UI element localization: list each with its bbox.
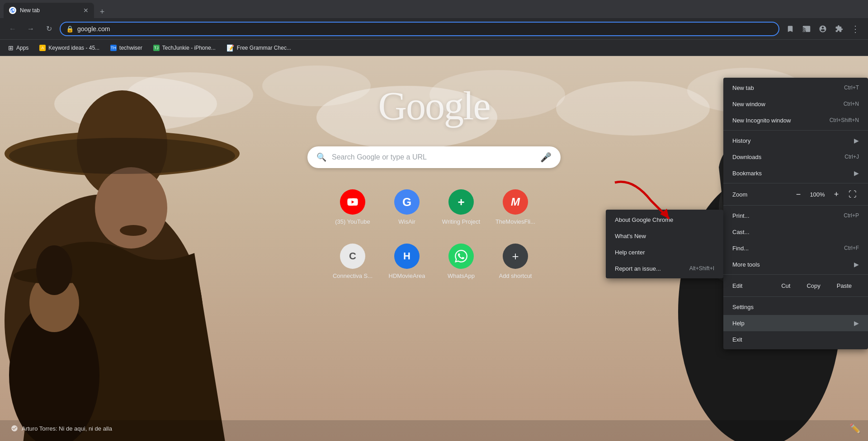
quick-link-add-shortcut[interactable]: + Add shortcut (494, 244, 537, 279)
active-tab[interactable]: New tab ✕ (4, 3, 94, 18)
edit-copy-button[interactable]: Copy (799, 281, 827, 291)
zoom-plus-button[interactable]: + (830, 188, 843, 201)
toolbar-right: ⋮ (783, 22, 863, 36)
menu-more-tools[interactable]: More tools ▶ (723, 256, 868, 272)
quick-link-label-hdmovie: HDMovieArea (389, 272, 425, 279)
bookmark-star-button[interactable] (783, 22, 797, 36)
edit-row: Edit Cut Copy Paste (723, 277, 868, 295)
quick-link-icon-hdmovie: H (394, 244, 420, 269)
edit-paste-button[interactable]: Paste (830, 281, 859, 291)
zoom-fullscreen-button[interactable]: ⛶ (846, 188, 859, 201)
zoom-minus-button[interactable]: − (792, 188, 805, 201)
menu-print[interactable]: Print... Ctrl+P (723, 207, 868, 224)
bottom-caption: Arturo Torres: Ni de aqui, ni de alla (11, 425, 112, 432)
svg-rect-21 (0, 420, 868, 441)
menu-find[interactable]: Find... Ctrl+F (723, 240, 868, 256)
tab-bar: New tab ✕ + (0, 0, 868, 18)
svg-point-13 (9, 138, 235, 174)
help-submenu-arrow: ▶ (854, 319, 859, 327)
quick-link-connectiva[interactable]: C Connectiva S... (331, 244, 374, 279)
tab-close-button[interactable]: ✕ (83, 7, 89, 14)
quick-link-icon-connectiva: C (340, 244, 365, 269)
toolbar: ← → ↻ 🔒 google.com ⋮ (0, 18, 868, 40)
tab-title: New tab (20, 7, 80, 14)
reload-button[interactable]: ↻ (42, 22, 56, 36)
quick-link-icon-movies: M (503, 189, 528, 215)
search-placeholder-text: Search Google or type a URL (332, 153, 427, 161)
help-report-issue[interactable]: Report an issue... Alt+Shift+I (606, 260, 723, 277)
quick-link-hdmovie[interactable]: H HDMovieArea (385, 244, 429, 279)
bookmark-keyword[interactable]: A Keyword ideas - 45... (35, 43, 104, 53)
security-icon: 🔒 (66, 25, 74, 33)
menu-divider-4 (723, 274, 868, 275)
main-content: Google 🔍 Search Google or type a URL 🎤 (… (0, 56, 868, 441)
caption-text: Arturo Torres: Ni de aqui, ni de alla (22, 425, 112, 432)
svg-point-14 (120, 225, 147, 236)
menu-button[interactable]: ⋮ (848, 22, 863, 36)
menu-settings[interactable]: Settings (723, 299, 868, 315)
menu-new-incognito[interactable]: New Incognito window Ctrl+Shift+N (723, 112, 868, 128)
edit-actions: Cut Copy Paste (774, 281, 859, 291)
menu-help[interactable]: Help ▶ (723, 315, 868, 331)
caption-icon (11, 425, 18, 432)
quick-link-label-youtube: (35) YouTube (335, 218, 370, 225)
new-tab-button[interactable]: + (96, 5, 108, 18)
quick-link-label-whatsapp: WhatsApp (448, 272, 475, 279)
zoom-control: Zoom − 100% + ⛶ (723, 185, 868, 203)
quick-link-writing[interactable]: + Writing Project (439, 189, 483, 225)
help-whats-new[interactable]: What's New (606, 228, 723, 244)
quick-link-movies[interactable]: M TheMoviesFli... (494, 189, 537, 225)
google-mic-icon[interactable]: 🎤 (540, 152, 552, 163)
svg-point-18 (36, 245, 72, 295)
help-submenu: About Google Chrome What's New Help cent… (606, 210, 723, 278)
search-icon: 🔍 (316, 152, 326, 162)
quick-link-icon-youtube (340, 189, 365, 215)
menu-cast[interactable]: Cast... (723, 224, 868, 240)
quick-link-icon-whatsapp (448, 244, 474, 269)
extensions-button[interactable] (832, 22, 846, 36)
profile-button[interactable] (816, 22, 830, 36)
quick-links-row-1: (35) YouTube G WisAir + Writing Project … (331, 189, 537, 225)
search-container: 🔍 Search Google or type a URL 🎤 (307, 146, 561, 168)
quick-link-label-movies: TheMoviesFli... (495, 218, 535, 225)
bookmark-techwiser[interactable]: TH techwiser (106, 43, 147, 53)
forward-button[interactable]: → (24, 22, 38, 36)
quick-link-whatsapp[interactable]: WhatsApp (439, 244, 483, 279)
search-bar[interactable]: 🔍 Search Google or type a URL 🎤 (307, 146, 561, 168)
menu-downloads[interactable]: Downloads Ctrl+J (723, 149, 868, 165)
address-bar-text: google.com (77, 25, 773, 33)
bookmark-grammar[interactable]: 📝 Free Grammar Chec... (222, 42, 296, 53)
menu-history[interactable]: History ▶ (723, 132, 868, 149)
quick-link-wisair[interactable]: G WisAir (385, 189, 429, 225)
menu-bookmarks[interactable]: Bookmarks ▶ (723, 165, 868, 181)
help-help-center[interactable]: Help center (606, 244, 723, 260)
menu-new-window[interactable]: New window Ctrl+N (723, 96, 868, 112)
quick-link-icon-wisair: G (394, 189, 420, 215)
history-submenu-arrow: ▶ (854, 137, 859, 144)
back-button[interactable]: ← (5, 22, 20, 36)
quick-link-label-add-shortcut: Add shortcut (499, 272, 532, 279)
quick-link-youtube[interactable]: (35) YouTube (331, 189, 374, 225)
menu-divider-1 (723, 130, 868, 131)
svg-point-7 (556, 81, 710, 136)
menu-divider-3 (723, 205, 868, 206)
chrome-menu: New tab Ctrl+T New window Ctrl+N New Inc… (723, 78, 868, 349)
quick-link-icon-add-shortcut: + (503, 244, 528, 269)
more-tools-submenu-arrow: ▶ (854, 261, 859, 268)
menu-new-tab[interactable]: New tab Ctrl+T (723, 80, 868, 96)
address-bar[interactable]: 🔒 google.com (60, 22, 779, 36)
help-about-chrome[interactable]: About Google Chrome (606, 211, 723, 228)
pencil-icon[interactable]: ✏️ (849, 423, 861, 434)
zoom-buttons: − 100% + ⛶ (792, 188, 859, 201)
bookmark-techjunkie[interactable]: TJ TechJunkie - iPhone... (149, 43, 220, 53)
chrome-cast-button[interactable] (799, 22, 814, 36)
menu-divider-5 (723, 296, 868, 297)
svg-point-12 (95, 167, 167, 249)
bookmarks-bar: ⊞ Apps A Keyword ideas - 45... TH techwi… (0, 40, 868, 56)
tab-favicon (9, 7, 16, 14)
edit-cut-button[interactable]: Cut (774, 281, 797, 291)
menu-exit[interactable]: Exit (723, 331, 868, 347)
menu-divider-2 (723, 183, 868, 183)
bookmark-apps[interactable]: ⊞ Apps (4, 42, 33, 53)
quick-links-row-2: C Connectiva S... H HDMovieArea WhatsApp (331, 244, 537, 279)
